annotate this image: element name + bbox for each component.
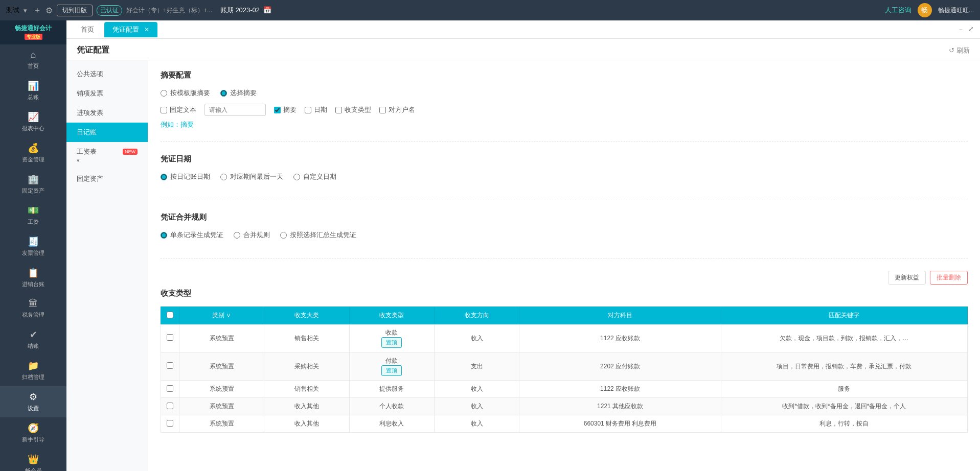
sidebar-item-close[interactable]: ✔ 结账 xyxy=(0,324,66,355)
sidebar-item-salary[interactable]: 💵 工资 xyxy=(0,200,66,231)
td-type-2: 提供服务 xyxy=(349,381,434,398)
checkbox-counterparty[interactable]: 对方户名 xyxy=(379,105,415,114)
tab-close-icon[interactable]: ✕ xyxy=(144,26,149,33)
td-direction-0: 收入 xyxy=(434,324,519,352)
merge-radio-group: 单条记录生成凭证 合并规则 按照选择汇总生成凭证 xyxy=(161,230,968,240)
salary-icon: 💵 xyxy=(28,205,39,216)
td-major-2: 销售相关 xyxy=(264,381,349,398)
sidebar-item-home[interactable]: ⌂ 首页 xyxy=(0,44,66,75)
radio-summary-generate[interactable]: 按照选择汇总生成凭证 xyxy=(280,230,356,240)
sidebar-item-funds[interactable]: 💰 资金管理 xyxy=(0,137,66,169)
settings-icon: ⚙ xyxy=(29,391,37,403)
sidebar-item-settings[interactable]: ⚙ 设置 xyxy=(0,386,66,417)
table-row: 系统预置 采购相关 付款 置顶 支出 2202 应付账款 项目，日常费用，报销款… xyxy=(161,352,968,381)
radio-journal-date[interactable]: 按日记账日期 xyxy=(161,172,210,181)
checkbox-income-type[interactable]: 收支类型 xyxy=(335,105,371,114)
summary-section: 摘要配置 按模板版摘要 选择摘要 xyxy=(161,70,968,142)
left-nav-item-sales-invoice[interactable]: 销项发票 xyxy=(66,84,148,103)
td-type-4: 利息收入 xyxy=(349,415,434,433)
close-accounts-icon: ✔ xyxy=(30,329,37,340)
sidebar-item-tax[interactable]: 🏛 税务管理 xyxy=(0,293,66,324)
fixed-text-input[interactable] xyxy=(204,104,266,116)
member-icon: 👑 xyxy=(28,454,39,465)
select-all-checkbox[interactable] xyxy=(167,312,173,318)
inner-layout: 公共选项 销项发票 进项发票 日记账 工资表 NEW xyxy=(66,60,980,471)
table-row: 系统预置 销售相关 提供服务 收入 1122 应收账款 服务 xyxy=(161,381,968,398)
td-subject-2: 1122 应收账款 xyxy=(519,381,721,398)
table-row: 系统预置 收入其他 个人收款 收入 1221 其他应收款 收到*借款，收到*备用… xyxy=(161,398,968,415)
td-direction-4: 收入 xyxy=(434,415,519,433)
td-type-0: 收款 置顶 xyxy=(349,324,434,352)
summary-section-title: 摘要配置 xyxy=(161,70,968,80)
batch-delete-button[interactable]: 批量删除 xyxy=(930,271,968,285)
th-subject: 对方科目 xyxy=(519,307,721,324)
th-direction: 收支方向 xyxy=(434,307,519,324)
new-badge: NEW xyxy=(123,149,138,155)
left-nav: 公共选项 销项发票 进项发票 日记账 工资表 NEW xyxy=(66,60,148,471)
main-panel: 摘要配置 按模板版摘要 选择摘要 xyxy=(148,60,980,471)
checkbox-summary[interactable]: 摘要 xyxy=(274,105,297,114)
archive-icon: 📁 xyxy=(28,360,39,371)
tab-voucher-config[interactable]: 凭证配置 ✕ xyxy=(104,22,157,37)
home-icon: ⌂ xyxy=(31,50,36,60)
sidebar: 畅捷通好会计专业版 ⌂ 首页 📊 总账 📈 报表中心 💰 资金管理 🏢 固定资产… xyxy=(0,20,66,471)
sidebar-logo: 畅捷通好会计专业版 xyxy=(0,20,66,44)
support-button[interactable]: 人工咨询 xyxy=(885,6,911,15)
td-major-4: 收入其他 xyxy=(264,415,349,433)
status-tag: 已认证 xyxy=(97,5,122,16)
tax-icon: 🏛 xyxy=(29,298,38,309)
top-bar-add-icon[interactable]: ＋ xyxy=(33,5,41,16)
refresh-button[interactable]: ↺ 刷新 xyxy=(949,46,970,55)
user-avatar[interactable]: 畅 xyxy=(918,3,932,17)
tab-expand-icon[interactable]: ⤢ xyxy=(968,25,974,34)
sidebar-item-member[interactable]: 👑 畅会员 xyxy=(0,449,66,471)
radio-single-record[interactable]: 单条记录生成凭证 xyxy=(161,230,223,240)
sidebar-item-assets[interactable]: 🏢 固定资产 xyxy=(0,169,66,200)
radio-custom-date[interactable]: 自定义日期 xyxy=(293,172,336,181)
tab-minimize-icon[interactable]: － xyxy=(958,25,964,34)
tab-home[interactable]: 首页 xyxy=(73,22,102,37)
td-checkbox-3[interactable] xyxy=(161,398,179,415)
td-major-0: 销售相关 xyxy=(264,324,349,352)
th-category: 类别 ∨ xyxy=(179,307,264,324)
checkbox-date[interactable]: 日期 xyxy=(305,105,327,114)
left-nav-item-payroll[interactable]: 工资表 NEW ▾ xyxy=(66,142,148,169)
top-tag-button-1[interactable]: 置顶 xyxy=(381,365,402,376)
radio-template-summary[interactable]: 按模板版摘要 xyxy=(161,88,210,98)
th-select-all[interactable] xyxy=(161,307,179,324)
sidebar-item-invoice[interactable]: 🧾 发票管理 xyxy=(0,231,66,262)
top-bar-right: 人工咨询 畅 畅捷通旺旺... xyxy=(885,3,974,17)
sidebar-item-guide[interactable]: 🧭 新手引导 xyxy=(0,417,66,449)
radio-merge-rule[interactable]: 合并规则 xyxy=(234,230,270,240)
sidebar-item-reports[interactable]: 📈 报表中心 xyxy=(0,106,66,137)
guide-icon: 🧭 xyxy=(28,422,39,434)
assets-icon: 🏢 xyxy=(28,174,39,185)
table-row: 系统预置 销售相关 收款 置顶 收入 1122 应收账款 欠款，现金，项目款，到… xyxy=(161,324,968,352)
funds-icon: 💰 xyxy=(28,143,39,154)
td-subject-0: 1122 应收账款 xyxy=(519,324,721,352)
refresh-icon: ↺ xyxy=(949,46,954,54)
top-tag-button-0[interactable]: 置顶 xyxy=(381,337,402,348)
date-radio-group: 按日记账日期 对应期间最后一天 自定义日期 xyxy=(161,172,968,181)
top-bar-dropdown-icon[interactable]: ▾ xyxy=(24,7,27,14)
radio-period-last-day[interactable]: 对应期间最后一天 xyxy=(220,172,283,181)
radio-select-summary[interactable]: 选择摘要 xyxy=(220,88,257,98)
switch-old-version-button[interactable]: 切到旧版 xyxy=(57,5,93,16)
td-checkbox-0[interactable] xyxy=(161,324,179,352)
checkbox-fixed-text[interactable]: 固定文本 xyxy=(161,105,196,114)
td-checkbox-1[interactable] xyxy=(161,352,179,381)
left-nav-item-purchase-invoice[interactable]: 进项发票 xyxy=(66,103,148,123)
update-equity-button[interactable]: 更新权益 xyxy=(888,271,926,285)
left-nav-item-journal[interactable]: 日记账 xyxy=(66,123,148,142)
th-type: 收支类型 xyxy=(349,307,434,324)
td-checkbox-4[interactable] xyxy=(161,415,179,433)
sidebar-item-archive[interactable]: 📁 归档管理 xyxy=(0,355,66,386)
sidebar-item-sales-ledger[interactable]: 📋 进销台账 xyxy=(0,262,66,293)
td-subject-3: 1221 其他应收款 xyxy=(519,398,721,415)
top-bar-settings-icon[interactable]: ⚙ xyxy=(45,6,53,15)
td-checkbox-2[interactable] xyxy=(161,381,179,398)
sidebar-item-ledger[interactable]: 📊 总账 xyxy=(0,75,66,106)
left-nav-item-public[interactable]: 公共选项 xyxy=(66,64,148,84)
left-nav-item-fixed-assets[interactable]: 固定资产 xyxy=(66,169,148,189)
th-major: 收支大类 xyxy=(264,307,349,324)
